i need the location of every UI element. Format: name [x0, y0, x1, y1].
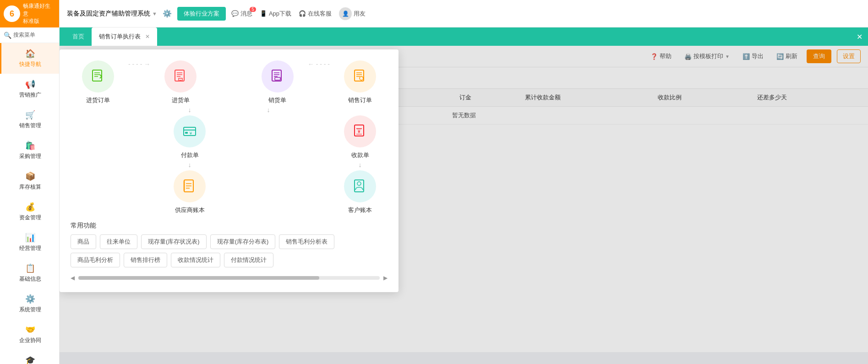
logo-text: 畅康通好生意 标准版 — [23, 2, 55, 25]
tab-bar-close-icon[interactable]: ✕ — [857, 33, 863, 41]
cf-btn-receipt-stats[interactable]: 收款情况统计 — [171, 253, 220, 267]
svg-point-32 — [357, 182, 361, 185]
purchase-icon: 🛍️ — [25, 141, 35, 151]
scrollbar-thumb[interactable] — [78, 276, 319, 280]
system-icon: ⚙️ — [25, 294, 35, 304]
trial-button[interactable]: 体验行业方案 — [177, 7, 226, 21]
message-button[interactable]: 💬 消息 5 — [231, 10, 252, 18]
topbar-right: 💬 消息 5 📱 App下载 🎧 在线客服 👤 用友 — [231, 7, 366, 20]
sales-bill-icon — [262, 60, 294, 92]
sidebar-item-system[interactable]: ⚙️ 系统管理 — [0, 288, 59, 319]
sidebar-item-inventory[interactable]: 📦 库存核算 — [0, 166, 59, 196]
scrollbar-left-arrow[interactable]: ◀ — [71, 275, 75, 281]
svg-rect-20 — [185, 132, 188, 134]
flow-node-purchase-bill[interactable]: 进货单 — [153, 60, 208, 104]
sidebar-item-sales[interactable]: 🛒 销售管理 — [0, 104, 59, 135]
home-icon: 🏠 — [25, 49, 35, 59]
avatar-image: 👤 — [339, 7, 352, 20]
svg-text:¥: ¥ — [357, 129, 360, 134]
finance-icon: 💰 — [25, 202, 35, 212]
flow-node-sales-bill[interactable]: 销货单 — [250, 60, 305, 104]
tab-home[interactable]: 首页 — [65, 27, 92, 46]
cf-btn-product[interactable]: 商品 — [71, 234, 96, 249]
supplier-ledger-icon — [174, 170, 206, 202]
sidebar-item-purchase[interactable]: 🛍️ 采购管理 — [0, 135, 59, 166]
search-icon: 🔍 — [4, 32, 11, 39]
flow-node-purchase-order[interactable]: 进货订单 — [71, 60, 126, 104]
cf-buttons-container: 商品 往来单位 现存量(库存状况表) 现存量(库存分布表) 销售毛利分析表 商品… — [71, 234, 388, 267]
online-service-button[interactable]: 🎧 在线客服 — [299, 10, 332, 18]
operation-icon: 📊 — [25, 233, 35, 243]
customer-ledger-icon — [344, 170, 376, 202]
svg-point-17 — [360, 76, 363, 80]
settings-icon[interactable]: ⚙️ — [163, 9, 172, 18]
main-area: 装备及固定资产辅助管理系统 ▼ ⚙️ 体验行业方案 💬 消息 5 📱 App下载… — [60, 0, 868, 364]
logo-area: 6 畅康通好生意 标准版 — [0, 0, 59, 27]
chevron-down-icon: ▼ — [152, 11, 157, 16]
svg-rect-8 — [272, 70, 281, 81]
svg-rect-4 — [175, 70, 184, 81]
cf-btn-payment-stats[interactable]: 付款情况统计 — [224, 253, 273, 267]
cf-btn-stock-dist[interactable]: 现存量(库存分布表) — [210, 234, 276, 249]
tab-bar: 首页 销售订单执行表 ✕ ✕ — [60, 27, 868, 46]
download-icon: 📱 — [260, 10, 267, 17]
sidebar-item-finance[interactable]: 💰 资金管理 — [0, 196, 59, 227]
app-download-button[interactable]: 📱 App下载 — [260, 10, 291, 18]
modal-scrollbar: ◀ ▶ — [71, 275, 388, 281]
service-icon: 🎧 — [299, 10, 306, 17]
arrow-left-1: ← - - - - — [308, 60, 330, 68]
svg-text:¥: ¥ — [189, 131, 192, 136]
purchase-bill-icon — [164, 60, 197, 92]
flow-node-customer-ledger[interactable]: 客户账本 — [333, 170, 388, 214]
collab-icon: 🤝 — [25, 325, 35, 335]
newbie-icon: 🎓 — [25, 355, 35, 364]
sidebar-item-basic[interactable]: 📋 基础信息 — [0, 258, 59, 288]
sidebar-nav: 🏠 快捷导航 📢 营销推广 🛒 销售管理 🛍️ 采购管理 📦 库存核算 💰 — [0, 43, 59, 364]
tab-sales-order[interactable]: 销售订单执行表 ✕ — [92, 27, 157, 46]
sidebar-item-newbie[interactable]: 🎓 新手引导 — [0, 350, 59, 364]
sidebar-item-operation[interactable]: 📊 经营管理 — [0, 227, 59, 258]
common-functions: 常用功能 商品 往来单位 现存量(库存状况表) 现存量(库存分布表) 销售毛利分… — [71, 222, 388, 267]
flow-node-supplier-ledger[interactable]: 供应商账本 — [162, 170, 217, 214]
message-icon: 💬 — [231, 10, 239, 17]
sidebar-item-quick-nav[interactable]: 🏠 快捷导航 — [0, 43, 59, 74]
cf-btn-unit[interactable]: 往来单位 — [100, 234, 137, 249]
payment-icon: ¥ — [174, 115, 206, 147]
system-title[interactable]: 装备及固定资产辅助管理系统 ▼ — [67, 10, 157, 18]
flow-node-receipt[interactable]: ¥ 收款单 — [333, 115, 388, 159]
flow-modal: 进货订单 - - - - → 进货单 — [60, 49, 399, 292]
inventory-icon: 📦 — [25, 171, 35, 181]
svg-rect-30 — [183, 181, 185, 191]
cf-btn-product-profit[interactable]: 商品毛利分析 — [71, 253, 120, 267]
topbar: 装备及固定资产辅助管理系统 ▼ ⚙️ 体验行业方案 💬 消息 5 📱 App下载… — [60, 0, 868, 27]
svg-rect-12 — [275, 77, 280, 80]
basic-icon: 📋 — [25, 263, 35, 273]
content-area: ❓ 帮助 🖨️ 按模板打印 ▼ ⬆️ 导出 🔄 刷新 查询 设置 — [60, 46, 868, 364]
logo-icon: 6 — [4, 5, 20, 22]
tab-close-icon[interactable]: ✕ — [145, 33, 150, 40]
sidebar-search[interactable]: 🔍 搜索菜单 — [0, 27, 59, 43]
cf-btn-stock-status[interactable]: 现存量(库存状况表) — [141, 234, 207, 249]
sidebar-item-marketing[interactable]: 📢 营销推广 — [0, 74, 59, 104]
cf-btn-sales-rank[interactable]: 销售排行榜 — [124, 253, 167, 267]
sales-icon: 🛒 — [25, 110, 35, 120]
sidebar: 6 畅康通好生意 标准版 🔍 搜索菜单 🏠 快捷导航 📢 营销推广 🛒 销售管理 — [0, 0, 60, 364]
marketing-icon: 📢 — [25, 79, 35, 89]
flow-section: 进货订单 - - - - → 进货单 — [71, 60, 388, 214]
svg-rect-13 — [355, 70, 364, 81]
scrollbar-track[interactable] — [78, 276, 380, 280]
receipt-icon: ¥ — [344, 115, 376, 147]
modal-overlay: 进货订单 - - - - → 进货单 — [60, 46, 868, 364]
cf-btn-sales-profit[interactable]: 销售毛利分析表 — [279, 234, 334, 249]
flow-node-payment[interactable]: ¥ 付款单 — [162, 115, 217, 159]
user-avatar[interactable]: 👤 用友 — [339, 7, 366, 20]
sales-order-icon — [344, 60, 376, 92]
purchase-order-icon — [82, 60, 114, 92]
arrow-right-1: - - - - → — [128, 60, 150, 68]
scrollbar-right-arrow[interactable]: ▶ — [383, 275, 388, 281]
sidebar-item-collab[interactable]: 🤝 企业协同 — [0, 319, 59, 350]
flow-node-sales-order[interactable]: 销售订单 — [333, 60, 388, 104]
common-functions-title: 常用功能 — [71, 222, 388, 230]
